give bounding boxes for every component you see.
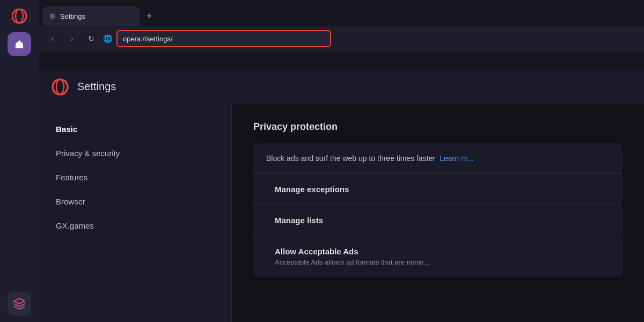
nav-item-basic[interactable]: Basic — [39, 117, 231, 141]
settings-page-title: Settings — [77, 80, 116, 93]
privacy-card: Block ads and surf the web up to three t… — [253, 143, 623, 277]
manage-lists-title: Manage lists — [275, 216, 601, 225]
globe-icon: 🌐 — [103, 34, 112, 43]
manage-exceptions-title: Manage exceptions — [275, 185, 601, 194]
refresh-button[interactable]: ↻ — [84, 31, 99, 46]
settings-opera-logo — [52, 78, 69, 96]
settings-header: Settings — [39, 70, 644, 104]
url-text: opera://settings/ — [123, 35, 173, 43]
address-bar: ‹ › ↻ 🌐 opera://settings/ — [39, 26, 644, 52]
privacy-card-header: Block ads and surf the web up to three t… — [253, 143, 623, 174]
allow-acceptable-ads-subtitle: Acceptable Ads allows ad formats that ar… — [275, 258, 601, 266]
content-body: Basic Privacy & security Features Browse… — [39, 104, 644, 322]
allow-acceptable-ads-title: Allow Acceptable Ads — [275, 247, 601, 256]
nav-item-gx-games[interactable]: GX.games — [39, 214, 231, 238]
gear-icon: ⚙ — [49, 12, 56, 20]
opera-logo — [8, 4, 31, 28]
tab-bar: ⚙ Settings + — [39, 0, 644, 26]
left-nav: Basic Privacy & security Features Browse… — [39, 104, 232, 322]
allow-acceptable-ads-row[interactable]: Allow Acceptable Ads Acceptable Ads allo… — [253, 236, 623, 277]
svg-point-2 — [53, 79, 68, 94]
main-content: Settings Basic Privacy & security Featur… — [39, 70, 644, 322]
svg-point-3 — [56, 79, 64, 94]
back-button[interactable]: ‹ — [45, 31, 60, 46]
home-button[interactable] — [8, 32, 31, 56]
privacy-card-desc: Block ads and surf the web up to three t… — [266, 154, 435, 163]
svg-point-1 — [16, 9, 23, 23]
tab-title: Settings — [60, 12, 85, 20]
nav-item-browser[interactable]: Browser — [39, 189, 231, 214]
svg-point-0 — [12, 9, 26, 23]
learn-more-link[interactable]: Learn m... — [440, 154, 473, 163]
nav-item-features[interactable]: Features — [39, 165, 231, 189]
new-tab-button[interactable]: + — [142, 9, 157, 24]
url-box[interactable]: opera://settings/ — [116, 30, 331, 47]
section-title: Privacy protection — [253, 121, 623, 133]
settings-tab[interactable]: ⚙ Settings — [43, 6, 140, 26]
manage-lists-row[interactable]: Manage lists — [253, 205, 623, 236]
sidebar — [0, 0, 39, 322]
nav-item-privacy[interactable]: Privacy & security — [39, 141, 231, 165]
right-panel: Privacy protection Block ads and surf th… — [232, 104, 644, 322]
arco-button[interactable] — [8, 292, 31, 316]
manage-exceptions-row[interactable]: Manage exceptions — [253, 174, 623, 205]
forward-button[interactable]: › — [64, 31, 79, 46]
browser-chrome: ⚙ Settings + ‹ › ↻ 🌐 opera://settings/ — [39, 0, 644, 70]
